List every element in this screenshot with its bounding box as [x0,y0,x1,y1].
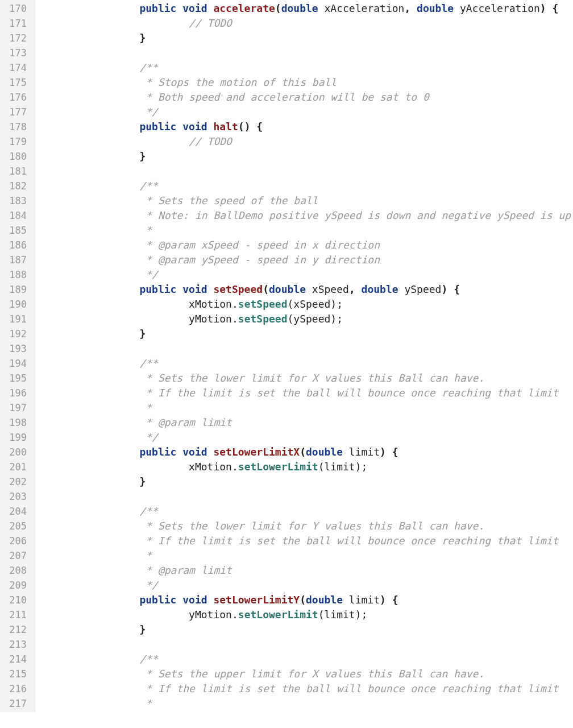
token-cmt: /** [139,357,158,369]
token-cmt: /** [139,505,158,517]
token-ind [41,609,189,621]
token-ind [41,32,139,44]
code-line[interactable]: * [41,223,573,238]
token-kw: double [269,283,306,295]
token-cmt: /** [139,61,158,73]
token-mname: setLowerLimitY [213,594,300,606]
code-line[interactable]: /** [41,652,573,667]
code-area[interactable]: public void accelerate(double xAccelerat… [35,0,573,712]
code-line[interactable]: * @param limit [41,415,573,430]
token-ind [41,106,146,118]
token-ind [41,121,139,133]
code-line[interactable]: * If the limit is set the ball will boun… [41,533,573,548]
code-line[interactable]: } [41,31,573,46]
token-cmt: * @param limit [146,564,232,576]
code-line[interactable] [41,637,573,652]
line-number: 173 [5,46,27,60]
code-line[interactable]: * [41,548,573,563]
code-line[interactable]: yMotion.setLowerLimit(limit); [41,607,573,622]
token-ind [41,283,139,295]
token-ind [41,668,146,680]
code-line[interactable]: * Sets the lower limit for Y values this… [41,519,573,533]
token-ind [41,313,189,325]
line-number: 203 [5,489,27,504]
line-number: 180 [5,149,27,164]
code-line[interactable]: /** [41,60,573,75]
line-number: 199 [5,430,27,445]
code-line[interactable]: */ [41,267,573,282]
code-line[interactable]: /** [41,179,573,193]
code-editor[interactable]: 1701711721731741751761771781791801811821… [0,0,573,712]
token-id: xAcceleration [318,2,405,14]
code-line[interactable]: * @param xSpeed - speed in x direction [41,238,573,253]
token-cmt: */ [146,106,158,118]
code-line[interactable] [41,164,573,179]
code-line[interactable]: * If the limit is set the ball will boun… [41,681,573,696]
code-line[interactable]: public void setSpeed(double xSpeed, doub… [41,282,573,297]
code-line[interactable]: xMotion.setSpeed(xSpeed); [41,297,573,312]
code-line[interactable] [41,489,573,504]
token-ind [41,372,146,384]
token-ind [41,224,146,236]
code-line[interactable]: } [41,622,573,637]
code-line[interactable]: * Sets the speed of the ball [41,193,573,208]
token-cmt: // TODO [189,135,232,147]
token-mname: setSpeed [213,283,263,295]
code-line[interactable]: * [41,696,573,711]
token-mname: accelerate [213,2,275,14]
line-number: 215 [5,667,27,681]
line-number: 204 [5,504,27,519]
code-line[interactable]: public void setLowerLimitY(double limit)… [41,593,573,607]
token-id: (limit); [318,609,368,621]
token-pn: } [139,328,146,340]
code-line[interactable]: yMotion.setSpeed(ySpeed); [41,312,573,326]
token-ind [41,268,146,280]
code-line[interactable]: */ [41,105,573,119]
code-line[interactable]: * @param limit [41,563,573,578]
code-line[interactable]: } [41,326,573,341]
token-cmt: * [146,402,152,413]
code-line[interactable]: * Note: in BallDemo positive ySpeed is d… [41,208,573,223]
token-ind [41,431,146,443]
code-line[interactable]: * Sets the upper limit for X values this… [41,667,573,681]
code-line[interactable]: * Sets the lower limit for X values this… [41,371,573,386]
code-line[interactable]: public void accelerate(double xAccelerat… [41,1,573,16]
code-line[interactable]: } [41,474,573,489]
code-line[interactable]: public void halt() { [41,119,573,134]
code-line[interactable]: // TODO [41,134,573,149]
token-kw: double [306,446,343,458]
token-pn: ) { [441,283,460,295]
token-ind [41,150,139,162]
code-line[interactable]: /** [41,504,573,519]
token-cmt: * [146,549,152,561]
code-line[interactable]: * Both speed and acceleration will be sa… [41,90,573,105]
line-number: 185 [5,223,27,238]
token-ind [41,91,146,103]
token-kw: double [362,283,398,295]
token-ind [41,520,146,532]
token-call: setLowerLimit [238,609,318,621]
code-line[interactable]: public void setLowerLimitX(double limit)… [41,445,573,460]
token-pn: , [349,283,362,295]
code-line[interactable]: // TODO [41,16,573,31]
line-number: 213 [5,637,27,652]
code-line[interactable]: xMotion.setLowerLimit(limit); [41,460,573,474]
code-line[interactable] [41,46,573,60]
code-line[interactable]: * @param ySpeed - speed in y direction [41,253,573,267]
code-line[interactable]: } [41,149,573,164]
code-line[interactable]: /** [41,356,573,371]
code-line[interactable]: * Stops the motion of this ball [41,75,573,90]
code-line[interactable]: */ [41,430,573,445]
code-line[interactable]: * If the limit is set the ball will boun… [41,386,573,400]
line-number: 210 [5,593,27,607]
code-line[interactable]: * [41,400,573,415]
token-cmt: * @param limit [146,416,232,428]
code-line[interactable] [41,341,573,356]
token-ind [41,195,146,206]
token-call: setSpeed [238,313,288,325]
line-number: 198 [5,415,27,430]
code-line[interactable]: */ [41,578,573,593]
token-ind [41,653,139,665]
line-number: 197 [5,400,27,415]
token-id: xMotion. [189,461,238,473]
